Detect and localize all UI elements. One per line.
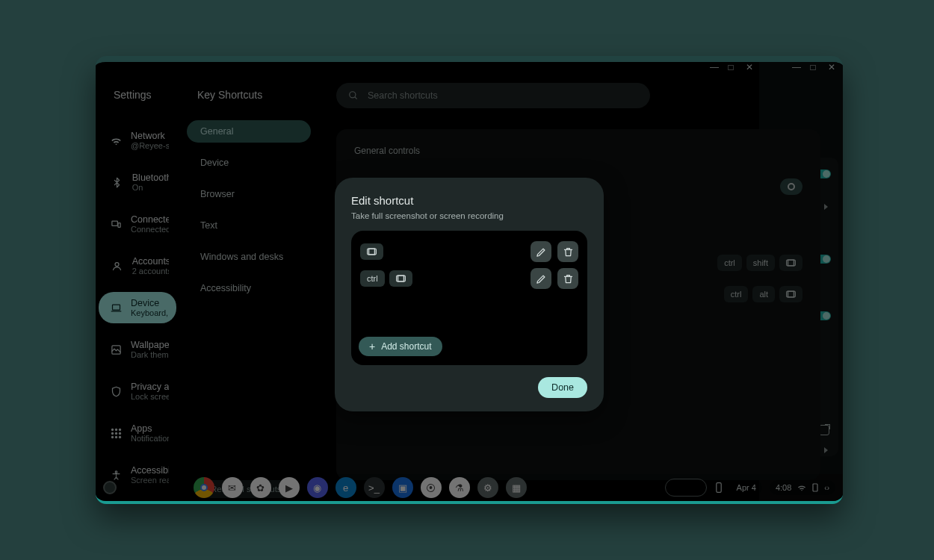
- shortcut-entry: ctrl: [359, 265, 580, 292]
- edit-shortcut-dialog: Edit shortcut Take full screenshot or sc…: [335, 178, 604, 411]
- dialog-title: Edit shortcut: [351, 194, 587, 207]
- plus-icon: +: [369, 341, 375, 352]
- delete-shortcut-button[interactable]: [557, 241, 578, 262]
- settings-window: — □ ✕ — □ ✕ Settings Network@Reyee-sC4DD…: [96, 56, 843, 504]
- svg-rect-25: [369, 249, 375, 255]
- sidebar-item-gear[interactable]: System preferencesStorage, power, langua…: [99, 501, 176, 504]
- edit-shortcut-button[interactable]: [531, 268, 551, 289]
- shortcut-list: ctrl + Add shortcut: [351, 231, 587, 365]
- key-overview-icon: [389, 270, 412, 287]
- dialog-subtitle: Take full screenshot or screen recording: [351, 211, 587, 220]
- add-shortcut-label: Add shortcut: [381, 341, 431, 352]
- shortcut-entry: [359, 238, 580, 265]
- delete-shortcut-button[interactable]: [557, 268, 578, 289]
- svg-rect-27: [398, 276, 403, 281]
- key-ctrl: ctrl: [360, 270, 385, 287]
- done-button[interactable]: Done: [538, 377, 587, 398]
- add-shortcut-button[interactable]: + Add shortcut: [359, 337, 442, 356]
- key-overview-icon: [360, 243, 383, 260]
- edit-shortcut-button[interactable]: [531, 241, 551, 262]
